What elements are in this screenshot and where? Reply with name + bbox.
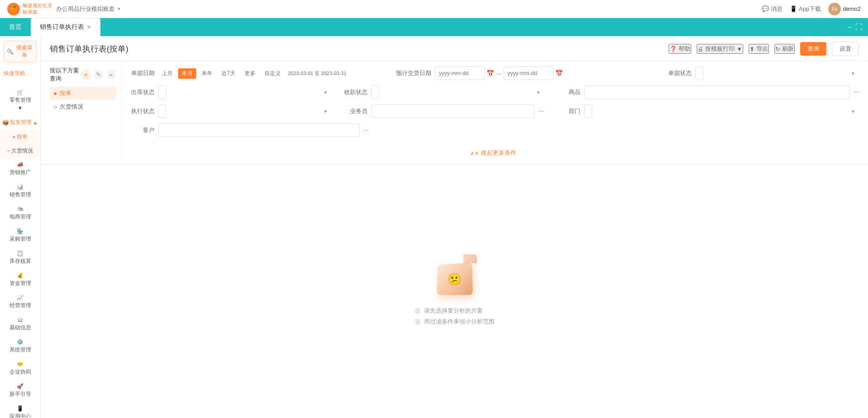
scheme-order-icon: ● xyxy=(53,90,57,97)
empty-state: 😕 请先选择要分析的方案 用过滤条件来缩小分析范围 xyxy=(414,254,495,328)
wholesale-expand-icon: ▲ xyxy=(33,119,38,126)
sidebar-sub-item-order[interactable]: ● 按单 xyxy=(0,130,40,144)
export-button[interactable]: ⬆ 导出 xyxy=(749,44,769,54)
collapse-icon: ∧∧ xyxy=(470,150,479,157)
exec-status-select[interactable] xyxy=(158,104,166,118)
expected-date-end-input[interactable] xyxy=(504,66,553,80)
sidebar-item-basic[interactable]: 🗂 基础信息 xyxy=(0,313,40,335)
date-range-text: 2023-03-01 至 2023-03-31 xyxy=(288,70,347,77)
user-avatar-area[interactable]: Ea demo2 xyxy=(828,3,861,15)
customer-more-icon[interactable]: ··· xyxy=(363,126,369,134)
query-button[interactable]: 查询 xyxy=(800,42,826,56)
message-action[interactable]: 💬 消息 xyxy=(762,5,783,13)
filter-group-date: 单据日期 上月 本月 本年 近7天 更多 自定义 2023-03-01 至 20… xyxy=(127,68,387,79)
sidebar-item-ecommerce[interactable]: 🛍 电商管理 xyxy=(0,202,40,224)
sidebar-wholesale-sub: ● 按单 ○ 欠货情况 xyxy=(0,130,40,158)
receipt-status-select[interactable] xyxy=(371,86,379,99)
page-title: 销售订单执行表(按单) xyxy=(50,43,128,54)
tab-minimize-icon[interactable]: – xyxy=(848,23,852,31)
customer-input[interactable] xyxy=(158,124,359,137)
sidebar-item-inventory[interactable]: 📋 库存核算 xyxy=(0,247,40,269)
finance-icon: 💰 xyxy=(17,272,24,279)
sidebar-item-finance[interactable]: 💰 资金管理 xyxy=(0,269,40,291)
sidebar-item-sales[interactable]: 📊 销售管理 xyxy=(0,180,40,202)
salesperson-input[interactable] xyxy=(371,104,535,118)
basic-icon: 🗂 xyxy=(18,317,23,323)
sidebar-item-system[interactable]: ⚙️ 系统管理 xyxy=(0,335,40,357)
filter-row-3: 执行状态 业务员 ··· xyxy=(127,104,859,118)
page-selector[interactable]: 办公用品行业模拟账套 ▼ xyxy=(56,5,121,13)
filter-row-4: 客户 ··· xyxy=(127,124,859,137)
date-tab-7days[interactable]: 近7天 xyxy=(218,68,239,79)
sidebar-search-area: 🔍 搜索菜单 xyxy=(0,36,40,65)
filter-date-range: 2023-03-01 至 2023-03-31 xyxy=(288,70,347,77)
tab-sales-order[interactable]: 销售订单执行表 ✕ xyxy=(31,18,100,36)
top-bar: 🍊 畅捷通好生意 标准版 办公用品行业模拟账套 ▼ 💬 消息 📱 App下载 E… xyxy=(0,0,868,18)
receipt-status-label: 收款状态 xyxy=(340,88,368,96)
sidebar-group-wholesale: 📦 批发管理 ▲ ● 按单 ○ 欠货情况 xyxy=(0,115,40,158)
filter-scheme-order[interactable]: ● 按单 xyxy=(50,86,116,100)
debt-icon: ○ xyxy=(7,148,10,153)
filter-scheme-debt[interactable]: ○ 欠货情况 xyxy=(50,100,116,114)
tab-home[interactable]: 首页 xyxy=(0,18,31,36)
sidebar-item-apps[interactable]: 📱 应用中心 xyxy=(0,402,40,418)
content-header-actions: ❓ 帮助 🖨 按模板打印 ▼ ⬆ 导出 ↻ 刷新 xyxy=(669,42,859,56)
top-bar-left: 🍊 畅捷通好生意 标准版 办公用品行业模拟账套 ▼ xyxy=(7,3,121,15)
sidebar-item-retail[interactable]: 🛒 零售管理 ▼ xyxy=(0,86,40,115)
main-layout: 🔍 搜索菜单 快捷导航 🛒 零售管理 ▼ 📦 批发管理 ▲ ● 按单 xyxy=(0,36,868,418)
sidebar: 🔍 搜索菜单 快捷导航 🛒 零售管理 ▼ 📦 批发管理 ▲ ● 按单 xyxy=(0,36,41,418)
date-tab-custom[interactable]: 自定义 xyxy=(261,68,284,79)
goods-more-icon[interactable]: ··· xyxy=(853,88,859,96)
salesperson-more-icon[interactable]: ··· xyxy=(538,107,544,115)
help-icon: ❓ xyxy=(670,46,677,52)
filter-sidebar-header: 按以下方案查询 + ✎ « xyxy=(50,61,116,86)
filter-edit-button[interactable]: ✎ xyxy=(94,70,104,80)
tab-maximize-icon[interactable]: ⛶ xyxy=(855,23,863,31)
cooperation-icon: 🤝 xyxy=(17,361,24,367)
sidebar-sub-item-debt[interactable]: ○ 欠货情况 xyxy=(0,144,40,158)
sidebar-item-operation[interactable]: 📈 经营管理 xyxy=(0,291,40,313)
help-button[interactable]: ❓ 帮助 xyxy=(669,44,691,54)
filter-group-customer: 客户 ··· xyxy=(127,124,369,137)
salesperson-label: 业务员 xyxy=(340,107,368,115)
filter-collapse-button[interactable]: ∧∧ 收起更多条件 xyxy=(127,146,859,157)
tab-close-icon[interactable]: ✕ xyxy=(87,24,91,30)
purchase-icon: 🏪 xyxy=(17,228,24,234)
expected-date-label: 预计交货日期 xyxy=(396,69,431,77)
goods-input[interactable] xyxy=(584,86,849,99)
wholesale-icon: 📦 xyxy=(2,119,9,126)
date-tab-this-year[interactable]: 本年 xyxy=(198,68,216,79)
filter-collapse-sidebar-button[interactable]: « xyxy=(106,70,116,80)
filter-layout: 按以下方案查询 + ✎ « ● 按单 ○ 欠货情况 xyxy=(50,61,859,159)
stock-status-select[interactable] xyxy=(158,86,166,99)
sidebar-item-guide[interactable]: 🚀 新手引导 xyxy=(0,380,40,402)
print-button[interactable]: 🖨 按模板打印 ▼ xyxy=(697,44,743,54)
search-icon: 🔍 xyxy=(7,48,14,55)
nav-tab-actions: – ⛶ xyxy=(848,23,868,31)
sidebar-item-marketing[interactable]: 📣 营销推广 xyxy=(0,158,40,180)
doc-status-select[interactable] xyxy=(695,66,703,80)
filter-group-receipt-status: 收款状态 xyxy=(340,86,544,99)
sidebar-item-wholesale[interactable]: 📦 批发管理 ▲ xyxy=(0,115,40,130)
sidebar-item-cooperation[interactable]: 🤝 企业协同 xyxy=(0,357,40,380)
stock-status-select-wrapper xyxy=(158,86,331,99)
expected-date-end-icon[interactable]: 📅 xyxy=(555,70,563,77)
sidebar-item-purchase[interactable]: 🏪 采购管理 xyxy=(0,224,40,247)
ecommerce-icon: 🛍 xyxy=(18,206,23,212)
logo-area: 🍊 畅捷通好生意 标准版 xyxy=(7,3,52,15)
app-download-action[interactable]: 📱 App下载 xyxy=(790,5,821,13)
filter-add-button[interactable]: + xyxy=(81,70,91,80)
refresh-button[interactable]: ↻ 刷新 xyxy=(774,44,795,54)
customer-label: 客户 xyxy=(127,126,155,134)
date-tab-last-month[interactable]: 上月 xyxy=(158,68,176,79)
expected-date-start-input[interactable] xyxy=(435,66,485,80)
dept-select[interactable] xyxy=(584,104,592,118)
sidebar-search-button[interactable]: 🔍 搜索菜单 xyxy=(4,41,37,62)
inventory-icon: 📋 xyxy=(17,250,24,256)
settings-button[interactable]: 设置 xyxy=(832,42,859,56)
system-icon: ⚙️ xyxy=(17,339,24,345)
date-tab-this-month[interactable]: 本月 xyxy=(178,68,196,79)
expected-date-start-icon[interactable]: 📅 xyxy=(486,70,494,77)
date-tab-more[interactable]: 更多 xyxy=(241,68,259,79)
export-icon: ⬆ xyxy=(750,46,755,52)
